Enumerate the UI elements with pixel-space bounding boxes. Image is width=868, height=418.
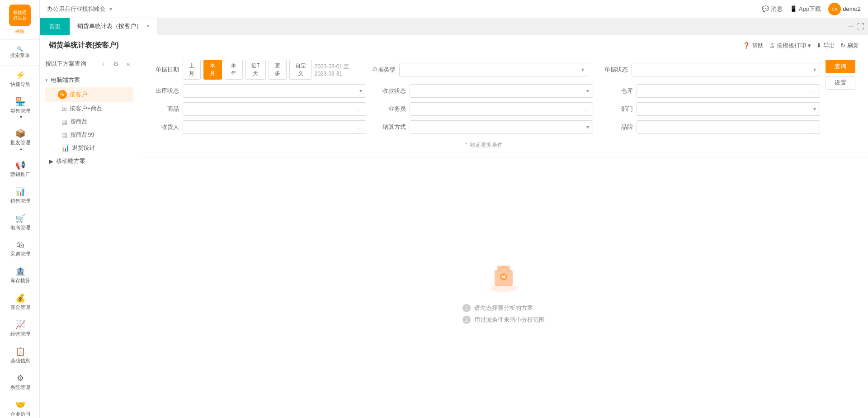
sidebar-item-business[interactable]: 📈 经营管理 <box>0 315 39 342</box>
settlement-select[interactable]: ▾ <box>410 120 593 134</box>
sidebar-item-ecommerce[interactable]: 🛒 电商管理 <box>0 209 39 236</box>
sidebar-item-sales[interactable]: 📊 销售管理 <box>0 182 39 209</box>
sidebar-item-basic[interactable]: 📋 基础信息 <box>0 342 39 369</box>
print-dropdown-icon: ▾ <box>808 42 811 49</box>
tab-minimize-btn[interactable]: ─ <box>849 23 854 31</box>
scheme-return-stats[interactable]: 📊 退货统计 <box>45 142 133 154</box>
order-status-arrow: ▾ <box>813 66 816 73</box>
department-label: 部门 <box>600 105 637 113</box>
desktop-group-label: 电脑端方案 <box>51 76 80 84</box>
header-dropdown-icon[interactable]: ▾ <box>109 6 112 12</box>
scheme-return-stats-label: 退货统计 <box>72 144 95 152</box>
settings-scheme-btn[interactable]: ⚙ <box>111 59 121 69</box>
tab-home[interactable]: 首页 <box>40 18 70 35</box>
active-scheme-icon: 按 <box>58 90 67 99</box>
salesperson-selector[interactable]: … <box>410 102 593 116</box>
date-btn-custom[interactable]: 自定义 <box>289 60 311 80</box>
sidebar-item-retail[interactable]: 🏪 零售管理 ▾ <box>0 92 39 124</box>
empty-tips: 1 请先选择要分析的方案 2 用过滤条件来缩小分析范围 <box>462 304 545 324</box>
tip1-text: 请先选择要分析的方案 <box>474 304 533 312</box>
page-header: 销货单统计表(按客户) ❓ 帮助 🖨 按模板打印 ▾ ⬇ 导出 ↻ 刷新 <box>40 35 868 54</box>
department-select[interactable]: ▾ <box>637 102 820 116</box>
date-btn-7days[interactable]: 近7天 <box>245 60 266 80</box>
warehouse-selector[interactable]: … <box>637 84 820 98</box>
sub-icon-3: 📊 <box>61 144 69 152</box>
sidebar-item-shortcut[interactable]: ⚡ 快捷导航 <box>0 66 39 92</box>
mobile-group-arrow: ▶ <box>49 158 53 165</box>
desktop-group-header[interactable]: ▾ 电脑端方案 <box>43 73 135 87</box>
scheme-by-product99[interactable]: ▦ 按商品99 <box>45 128 133 141</box>
sidebar-item-marketing[interactable]: 📢 营销推广 <box>0 156 39 182</box>
tab-active-label: 销货单统计表（按客户） <box>77 22 142 30</box>
mobile-group: ▶ 移动端方案 <box>40 155 139 167</box>
empty-illustration <box>481 252 526 299</box>
message-btn[interactable]: 💬 消息 <box>762 5 783 13</box>
scheme-by-product[interactable]: ▦ 按商品 <box>45 115 133 128</box>
body-area: 按以下方案查询 + ⚙ « ▾ <box>40 54 868 418</box>
print-btn[interactable]: 🖨 按模板打印 ▾ <box>769 42 811 50</box>
mobile-group-header[interactable]: ▶ 移动端方案 <box>43 155 135 167</box>
shortcut-icon: ⚡ <box>15 70 25 80</box>
product-selector[interactable]: … <box>183 102 366 116</box>
tab-maximize-btn[interactable]: ⛶ <box>857 23 864 31</box>
search-icon: 🔍 <box>17 46 23 52</box>
tab-home-label: 首页 <box>49 23 61 31</box>
tab-bar: 首页 销货单统计表（按客户） × ─ ⛶ <box>40 18 868 35</box>
header-left: 办公用品行业模拟账套 ▾ <box>47 5 112 13</box>
brand-selector[interactable]: … <box>637 120 820 134</box>
date-btn-last-month[interactable]: 上月 <box>183 60 201 80</box>
sub-icon-1: ▦ <box>61 118 67 125</box>
collapse-filter-label: 收起更多条件 <box>470 141 503 149</box>
tab-active[interactable]: 销货单统计表（按客户） × <box>70 18 157 35</box>
date-btn-this-month[interactable]: 本月 <box>203 60 222 80</box>
retail-icon: 🏪 <box>15 97 25 107</box>
top-header: 办公用品行业模拟账套 ▾ 💬 消息 📱 App下载 Ea demo2 <box>40 0 868 18</box>
product-label: 商品 <box>146 105 183 113</box>
finance-icon: 💰 <box>15 293 25 303</box>
order-status-select[interactable]: ▾ <box>632 63 820 76</box>
add-scheme-btn[interactable]: + <box>98 59 108 69</box>
date-label: 单据日期 <box>146 66 183 74</box>
collapse-up-icon: ⌃ <box>464 142 468 148</box>
receiver-selector[interactable]: … <box>183 120 366 134</box>
payment-status-select[interactable]: ▾ <box>410 84 593 98</box>
sidebar-item-purchase[interactable]: 🛍 采购管理 <box>0 236 39 262</box>
purchase-icon: 🛍 <box>16 240 24 250</box>
salesperson-dots: … <box>583 106 589 113</box>
app-download-btn[interactable]: 📱 App下载 <box>790 5 821 13</box>
help-btn[interactable]: ❓ 帮助 <box>743 42 764 50</box>
print-icon: 🖨 <box>769 42 775 49</box>
sidebar-item-enterprise[interactable]: 🤝 企业协同 <box>0 395 39 418</box>
settings-btn[interactable]: 设置 <box>826 76 855 90</box>
wholesale-icon: 📦 <box>15 128 25 138</box>
refresh-btn[interactable]: ↻ 刷新 <box>840 42 859 50</box>
sidebar-item-finance[interactable]: 💰 资金管理 <box>0 289 39 315</box>
order-type-select[interactable]: ▾ <box>399 63 588 76</box>
desktop-group-arrow: ▾ <box>45 77 48 83</box>
empty-state: 1 请先选择要分析的方案 2 用过滤条件来缩小分析范围 <box>139 157 868 418</box>
user-area[interactable]: Ea demo2 <box>828 3 861 15</box>
scheme-by-customer[interactable]: 按 按客户 <box>45 87 133 102</box>
collapse-filter-btn[interactable]: ⌃ 收起更多条件 <box>146 138 820 152</box>
filter-row-1: 单据日期 上月 本月 本年 近7天 更多 自定义 2023-03-01 至 20… <box>146 60 820 80</box>
collapse-panel-btn[interactable]: « <box>123 59 133 69</box>
desktop-group: ▾ 电脑端方案 按 按客户 ⊞ 按客户+商品 ▦ 按商品 <box>40 73 139 154</box>
product-dots: … <box>356 106 362 113</box>
basic-icon: 📋 <box>15 347 25 356</box>
scheme-by-customer-product[interactable]: ⊞ 按客户+商品 <box>45 102 133 115</box>
date-btn-this-year[interactable]: 本年 <box>225 60 243 80</box>
sidebar-nav: ⚡ 快捷导航 🏪 零售管理 ▾ 📦 批发管理 ▴ 📢 营销推广 📊 销售管理 🛒… <box>0 66 39 418</box>
query-btn[interactable]: 查询 <box>826 60 855 73</box>
search-menu-item[interactable]: 🔍 搜索菜单 <box>4 43 36 62</box>
sidebar-item-wholesale[interactable]: 📦 批发管理 ▴ <box>0 124 39 156</box>
settlement-label: 结算方式 <box>373 123 410 131</box>
refresh-icon: ↻ <box>840 42 845 49</box>
download-icon: 📱 <box>790 5 797 12</box>
export-btn[interactable]: ⬇ 导出 <box>816 42 835 50</box>
sidebar-item-inventory[interactable]: 🏦 库存核算 <box>0 262 39 289</box>
out-status-select[interactable]: ▾ <box>183 84 366 98</box>
date-btn-more[interactable]: 更多 <box>269 60 287 80</box>
sidebar-item-system[interactable]: ⚙ 系统管理 <box>0 369 39 395</box>
tab-close-icon[interactable]: × <box>146 23 150 29</box>
collapse-icon: « <box>127 60 130 67</box>
